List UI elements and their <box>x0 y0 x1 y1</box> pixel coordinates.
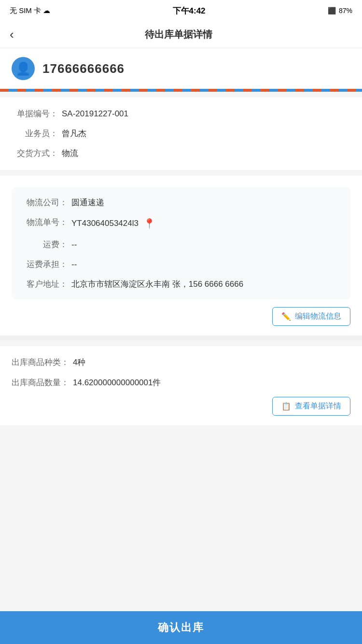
delivery-method-label: 交货方式： <box>12 147 58 160</box>
status-left: 无 SIM 卡 ☁ <box>10 6 50 15</box>
tracking-number: YT43064053424l3 <box>71 217 139 230</box>
page-title: 待出库单据详情 <box>20 28 338 41</box>
salesman-value: 曾凡杰 <box>58 127 350 140</box>
goods-section: 出库商品种类： 4种 出库商品数量： 14.620000000000001件 📋… <box>0 346 362 425</box>
freight-label: 运费： <box>21 238 68 251</box>
status-right: ⬛ 87% <box>328 7 352 14</box>
section-divider <box>0 336 362 340</box>
logistics-company-value: 圆通速递 <box>68 196 341 209</box>
tracking-number-row: 物流单号： YT43064053424l3 📍 <box>21 216 341 231</box>
edit-btn-row: ✏️ 编辑物流信息 <box>12 307 350 326</box>
back-button[interactable]: ‹ <box>10 23 20 46</box>
salesman-label: 业务员： <box>12 127 58 140</box>
location-icon[interactable]: 📍 <box>143 216 155 231</box>
goods-types-row: 出库商品种类： 4种 <box>12 356 350 369</box>
sim-status: 无 SIM 卡 ☁ <box>10 6 50 15</box>
edit-icon: ✏️ <box>281 312 291 321</box>
battery-level: 87% <box>339 7 352 14</box>
address-label: 客户地址： <box>21 278 68 291</box>
view-details-label: 查看单据详情 <box>295 401 341 411</box>
avatar: 👤 <box>12 57 35 80</box>
confirm-button-bar[interactable]: 确认出库 <box>0 611 362 644</box>
status-time: 下午4:42 <box>173 5 206 16</box>
freight-bearer-value: -- <box>68 258 341 271</box>
logistics-company-row: 物流公司： 圆通速递 <box>21 196 341 209</box>
confirm-btn-label: 确认出库 <box>158 620 204 635</box>
delivery-method-value: 物流 <box>58 147 350 160</box>
freight-bearer-row: 运费承担： -- <box>21 258 341 271</box>
serial-number-label: 单据编号： <box>12 107 58 120</box>
freight-row: 运费： -- <box>21 238 341 251</box>
freight-value: -- <box>68 238 341 251</box>
serial-number-value: SA-20191227-001 <box>58 107 350 120</box>
address-row: 客户地址： 北京市市辖区海淀区永丰南 张，156 6666 6666 <box>21 278 341 291</box>
document-icon: 📋 <box>281 402 291 411</box>
tracking-value-container: YT43064053424l3 📍 <box>68 216 341 231</box>
tracking-label: 物流单号： <box>21 216 68 229</box>
nav-bar: ‹ 待出库单据详情 <box>0 21 362 48</box>
logistics-box: 物流公司： 圆通速递 物流单号： YT43064053424l3 📍 运费： -… <box>12 187 350 300</box>
edit-logistics-button[interactable]: ✏️ 编辑物流信息 <box>272 307 350 326</box>
avatar-icon: 👤 <box>15 61 31 76</box>
goods-types-label: 出库商品种类： <box>12 356 69 369</box>
address-value: 北京市市辖区海淀区永丰南 张，156 6666 6666 <box>68 278 341 291</box>
salesman-row: 业务员： 曾凡杰 <box>12 127 350 140</box>
user-header: 👤 17666666666 <box>0 48 362 89</box>
edit-btn-label: 编辑物流信息 <box>295 311 341 322</box>
battery-icon: ⬛ <box>328 7 336 14</box>
status-bar: 无 SIM 卡 ☁ 下午4:42 ⬛ 87% <box>0 0 362 21</box>
delivery-method-row: 交货方式： 物流 <box>12 147 350 160</box>
view-details-button[interactable]: 📋 查看单据详情 <box>272 397 350 416</box>
goods-quantity-row: 出库商品数量： 14.620000000000001件 <box>12 376 350 389</box>
dashed-divider <box>0 89 362 92</box>
serial-number-row: 单据编号： SA-20191227-001 <box>12 107 350 120</box>
content-spacer <box>0 425 362 532</box>
logistics-section: 物流公司： 圆通速递 物流单号： YT43064053424l3 📍 运费： -… <box>0 176 362 336</box>
view-btn-row: 📋 查看单据详情 <box>12 397 350 416</box>
goods-quantity-value: 14.620000000000001件 <box>69 376 350 389</box>
user-phone: 17666666666 <box>42 61 125 76</box>
freight-bearer-label: 运费承担： <box>21 258 68 271</box>
goods-types-value: 4种 <box>69 356 350 369</box>
logistics-company-label: 物流公司： <box>21 196 68 209</box>
order-info-section: 单据编号： SA-20191227-001 业务员： 曾凡杰 交货方式： 物流 <box>0 98 362 170</box>
goods-quantity-label: 出库商品数量： <box>12 376 69 389</box>
